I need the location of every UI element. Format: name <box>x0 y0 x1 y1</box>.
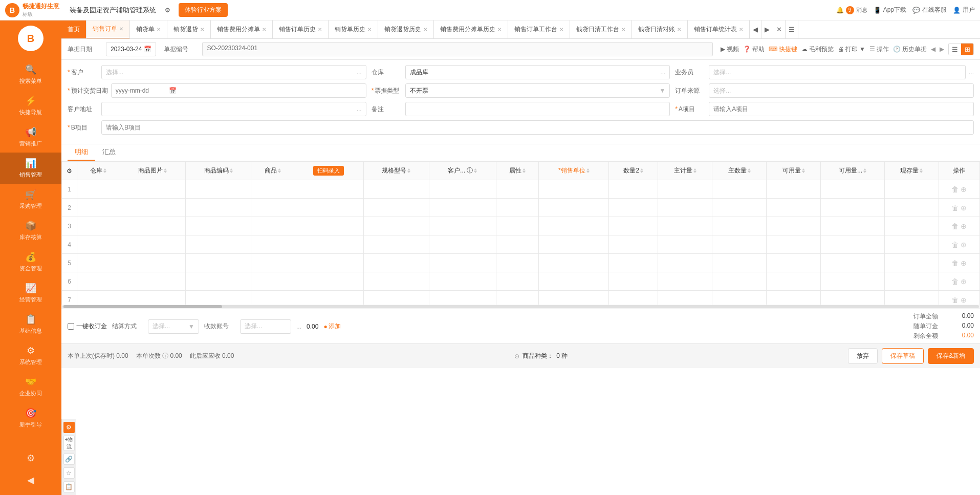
right-panel-link-btn[interactable]: 🔗 <box>63 454 75 465</box>
quick-checkout-checkbox[interactable] <box>68 323 74 330</box>
copy-row-icon[interactable]: ⊕ <box>961 296 967 304</box>
tab-return-history[interactable]: 销货退货历史 ✕ <box>378 20 434 39</box>
copy-row-icon[interactable]: ⊕ <box>961 204 967 212</box>
th-sku[interactable]: 商品编码 <box>185 162 251 180</box>
receipt-account-select[interactable]: 选择... <box>240 319 291 334</box>
tab-close-order-history[interactable]: ✕ <box>318 27 322 32</box>
settings-gear-icon[interactable]: ⚙ <box>161 4 173 16</box>
tab-close-sales-stats[interactable]: ✕ <box>739 27 743 32</box>
tab-home[interactable]: 首页 <box>61 20 86 39</box>
user-btn[interactable]: 👤 用户 <box>953 6 975 14</box>
delete-row-icon[interactable]: 🗑 <box>951 241 959 249</box>
tab-close-sales-fee[interactable]: ✕ <box>262 27 266 32</box>
tab-fee-history[interactable]: 销售费用分摊单历史 ✕ <box>434 20 508 39</box>
tab-sales-stats[interactable]: 销售订单统计表 ✕ <box>688 20 750 39</box>
tab-close-daily-reconcile[interactable]: ✕ <box>677 27 681 32</box>
delete-row-icon[interactable]: 🗑 <box>951 222 959 230</box>
right-panel-clipboard-btn[interactable]: 📋 <box>63 481 75 492</box>
tab-close-sales-bill[interactable]: ✕ <box>157 27 161 32</box>
sidebar-item-system[interactable]: ⚙ 系统管理 <box>0 340 61 371</box>
copy-row-icon[interactable]: ⊕ <box>961 222 967 230</box>
tab-close-daily-workbench[interactable]: ✕ <box>621 27 625 32</box>
detail-tab-detail[interactable]: 明细 <box>68 144 95 161</box>
quick-checkout-label[interactable]: 一键收订金 <box>68 322 107 331</box>
tab-close-bill-history[interactable]: ✕ <box>367 27 372 32</box>
address-input[interactable]: ... <box>101 102 366 116</box>
delete-row-icon[interactable]: 🗑 <box>951 277 959 286</box>
online-service-btn[interactable]: 💬 在线客服 <box>912 6 947 14</box>
order-source-select[interactable]: 选择... <box>709 83 974 98</box>
tab-close-order-workbench[interactable]: ✕ <box>559 27 563 32</box>
right-panel-star-btn[interactable]: ☆ <box>63 467 75 479</box>
prev-record-btn[interactable]: ◀ <box>931 46 935 53</box>
tab-sales-return[interactable]: 销货退货 ✕ <box>167 20 211 39</box>
th-warehouse[interactable]: 仓库 <box>77 162 120 180</box>
th-spec[interactable]: 规格型号 <box>363 162 429 180</box>
delivery-date-textinput[interactable] <box>116 87 167 94</box>
th-attr[interactable]: 属性 <box>496 162 539 180</box>
delivery-date-input[interactable]: 📅 <box>111 83 366 98</box>
sidebar-item-search[interactable]: 🔍 搜索菜单 <box>0 59 61 90</box>
copy-row-icon[interactable]: ⊕ <box>961 259 967 267</box>
operate-btn[interactable]: ☰ 操作 <box>869 45 889 54</box>
delete-row-icon[interactable]: 🗑 <box>951 296 959 304</box>
th-available[interactable]: 可用量 <box>767 162 821 180</box>
customer-select[interactable]: 选择... ... <box>101 65 366 79</box>
tab-sales-order[interactable]: 销售订单 ✕ <box>86 20 130 39</box>
sidebar-item-purchase[interactable]: 🛒 采购管理 <box>0 184 61 215</box>
save-new-btn[interactable]: 保存&新增 <box>928 348 974 364</box>
th-main-unit[interactable]: 主计量 <box>658 162 712 180</box>
shortcut-btn[interactable]: ⌨ 快捷键 <box>769 45 797 54</box>
single-date-field[interactable]: 2023-03-24 📅 <box>106 42 156 56</box>
sidebar-item-sales[interactable]: 📊 销售管理 <box>0 153 61 184</box>
th-current[interactable]: 现存量 <box>884 162 939 180</box>
right-panel-logistics-btn[interactable]: +物流 <box>63 436 75 451</box>
discard-btn[interactable]: 放弃 <box>848 348 878 364</box>
delete-row-icon[interactable]: 🗑 <box>951 204 959 212</box>
sidebar-collapse-btn[interactable]: ◀ <box>23 470 38 490</box>
scan-entry-btn[interactable]: 扫码录入 <box>313 166 344 176</box>
table-scrollbar[interactable] <box>61 305 980 309</box>
app-download-btn[interactable]: 📱 App下载 <box>874 6 906 14</box>
sidebar-item-guide[interactable]: 🎯 新手引导 <box>0 402 61 434</box>
b-project-input[interactable] <box>101 120 974 135</box>
th-product[interactable]: 商品 <box>251 162 294 180</box>
sidebar-item-inventory[interactable]: 📦 库存核算 <box>0 215 61 246</box>
tab-menu-btn[interactable]: ☰ <box>786 20 798 39</box>
save-draft-btn[interactable]: 保存草稿 <box>882 348 924 364</box>
right-panel-settings-btn[interactable]: ⚙ <box>63 422 75 433</box>
next-record-btn[interactable]: ▶ <box>940 46 944 53</box>
tab-close-return-history[interactable]: ✕ <box>423 27 427 32</box>
payment-method-select[interactable]: 选择... ▼ <box>148 319 199 334</box>
view-video-btn[interactable]: ▶ 视频 <box>721 45 739 54</box>
delete-row-icon[interactable]: 🗑 <box>951 259 959 267</box>
a-project-input[interactable] <box>709 102 974 116</box>
sidebar-item-operation[interactable]: 📈 经营管理 <box>0 277 61 309</box>
help-btn[interactable]: ❓ 帮助 <box>743 45 765 54</box>
detail-tab-summary[interactable]: 汇总 <box>95 144 123 161</box>
warehouse-select[interactable]: 成品库 ... <box>405 65 670 79</box>
sidebar-settings-btn[interactable]: ⚙ <box>23 448 39 468</box>
remark-input[interactable] <box>405 102 670 116</box>
tab-daily-workbench[interactable]: 钱货日清工作台 ✕ <box>570 20 632 39</box>
tab-daily-reconcile[interactable]: 钱货日清对账 ✕ <box>632 20 688 39</box>
tab-close-sales-order[interactable]: ✕ <box>119 26 123 32</box>
tab-close-fee-history[interactable]: ✕ <box>497 27 502 32</box>
th-customer-sku[interactable]: 客户... ⓘ <box>429 162 496 180</box>
delete-row-icon[interactable]: 🗑 <box>951 185 959 193</box>
tab-prev-btn[interactable]: ◀ <box>750 20 761 39</box>
sidebar-item-basic[interactable]: 📋 基础信息 <box>0 309 61 340</box>
copy-row-icon[interactable]: ⊕ <box>961 277 967 286</box>
sidebar-item-quicknav[interactable]: ⚡ 快捷导航 <box>0 90 61 121</box>
sidebar-item-cooperation[interactable]: 🤝 企业协同 <box>0 371 61 402</box>
list-view-btn[interactable]: ☰ <box>949 44 961 55</box>
sidebar-item-marketing[interactable]: 📢 营销推广 <box>0 121 61 153</box>
industry-btn[interactable]: 体验行业方案 <box>179 3 228 17</box>
tab-order-workbench[interactable]: 销售订单工作台 ✕ <box>508 20 570 39</box>
card-view-btn[interactable]: ⊞ <box>961 44 973 55</box>
th-qty2[interactable]: 数量2 <box>609 162 658 180</box>
th-unit[interactable]: *销售单位 <box>539 162 609 180</box>
profit-preview-btn[interactable]: ☁ 毛利预览 <box>801 45 834 54</box>
print-btn[interactable]: 🖨 打印 ▼ <box>838 45 865 54</box>
tab-sales-bill[interactable]: 销货单 ✕ <box>130 20 167 39</box>
